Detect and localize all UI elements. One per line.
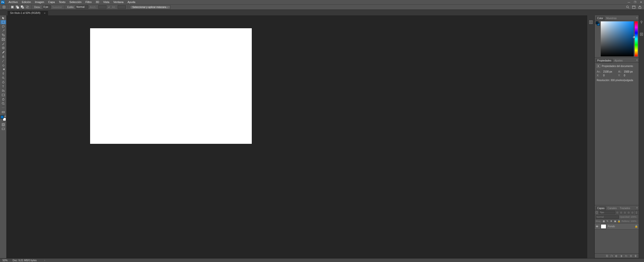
menu-edicion[interactable]: Edición xyxy=(20,0,33,4)
more-tools-icon[interactable]: ⋯ xyxy=(1,106,6,110)
color-field[interactable] xyxy=(601,21,634,56)
feather-input[interactable]: 0 px xyxy=(43,5,51,9)
tab-layers[interactable]: Capas xyxy=(596,206,606,210)
learn-panel-icon[interactable] xyxy=(639,20,644,24)
type-tool[interactable]: T xyxy=(1,84,6,88)
filter-pixel-icon[interactable] xyxy=(616,211,619,214)
share-icon[interactable] xyxy=(637,5,642,9)
opacity-value[interactable]: 100% xyxy=(631,216,638,218)
pen-tool[interactable] xyxy=(1,80,6,84)
frame-tool[interactable] xyxy=(1,37,6,41)
screen-mode-tool[interactable] xyxy=(1,127,6,131)
hand-tool[interactable] xyxy=(1,97,6,101)
lock-artboard-icon[interactable]: ▣ xyxy=(614,220,617,223)
delete-layer-icon[interactable]: 🗑 xyxy=(634,254,637,257)
menu-filtro[interactable]: Filtro xyxy=(84,0,94,4)
edit-toolbar-icon[interactable] xyxy=(1,110,6,114)
canvas[interactable] xyxy=(90,28,252,144)
brush-tool[interactable] xyxy=(1,50,6,54)
lock-position-icon[interactable]: ✥ xyxy=(610,220,613,223)
filter-smart-icon[interactable] xyxy=(631,211,634,214)
libraries-panel-icon[interactable] xyxy=(639,32,644,37)
tab-color[interactable]: Color xyxy=(596,16,605,20)
rectangle-tool[interactable] xyxy=(1,93,6,97)
foreground-color-swatch[interactable] xyxy=(1,115,4,119)
hue-slider[interactable] xyxy=(635,21,638,56)
tab-channels[interactable]: Canales xyxy=(606,206,618,210)
blur-tool[interactable] xyxy=(1,72,6,76)
filter-type-icon[interactable] xyxy=(623,211,626,214)
history-brush-tool[interactable] xyxy=(1,59,6,63)
selection-new-icon[interactable] xyxy=(10,5,14,9)
menu-3d[interactable]: 3D xyxy=(94,0,101,4)
layer-lock-icon[interactable]: 🔒 xyxy=(635,225,638,228)
layer-name[interactable]: Fondo xyxy=(608,225,633,228)
filter-toggle[interactable] xyxy=(635,211,638,214)
lock-all-icon[interactable]: 🔒 xyxy=(617,220,620,223)
link-layers-icon[interactable]: ⛓ xyxy=(605,254,609,257)
swap-colors-icon[interactable]: ↺ xyxy=(4,115,6,118)
fill-value[interactable]: 100% xyxy=(631,220,638,222)
crop-tool[interactable] xyxy=(1,33,6,37)
select-and-mask-button[interactable]: Seleccionar y aplicar máscara... xyxy=(130,5,170,9)
eyedropper-tool[interactable] xyxy=(1,42,6,46)
panel-menu-icon[interactable]: ≡ xyxy=(636,206,638,209)
eraser-tool[interactable] xyxy=(1,63,6,67)
window-close-button[interactable]: ✕ xyxy=(638,0,644,4)
group-icon[interactable]: 🗀 xyxy=(624,254,628,257)
selection-subtract-icon[interactable] xyxy=(20,5,24,9)
document-tab[interactable]: Sin título-1 al 50% (RGB/8) × xyxy=(8,10,48,15)
move-tool[interactable] xyxy=(1,16,6,20)
color-panel-swatches[interactable] xyxy=(596,21,600,56)
status-flyout-icon[interactable]: › xyxy=(44,259,45,262)
menu-capa[interactable]: Capa xyxy=(46,0,57,4)
status-zoom[interactable]: 50% xyxy=(3,259,8,262)
healing-brush-tool[interactable] xyxy=(1,46,6,50)
menu-vista[interactable]: Vista xyxy=(101,0,111,4)
tab-swatches[interactable]: Muestras xyxy=(605,16,618,20)
filter-type-select[interactable]: Tipo xyxy=(599,211,615,214)
layer-mask-icon[interactable]: ◐ xyxy=(615,254,618,257)
dodge-tool[interactable] xyxy=(1,76,6,80)
quick-mask-tool[interactable] xyxy=(1,123,6,127)
close-tab-icon[interactable]: × xyxy=(44,12,46,15)
magic-wand-tool[interactable] xyxy=(1,29,6,33)
blend-mode-select[interactable]: Normal xyxy=(596,215,619,219)
color-swatches[interactable]: ↺ xyxy=(1,115,6,121)
history-panel-icon[interactable] xyxy=(589,20,593,24)
menu-archivo[interactable]: Archivo xyxy=(7,0,20,4)
clone-stamp-tool[interactable] xyxy=(1,54,6,58)
rectangular-marquee-tool[interactable] xyxy=(1,20,6,24)
status-doc-info[interactable]: Doc: 9,01 MB/0 bytes xyxy=(13,259,37,262)
window-minimize-button[interactable]: — xyxy=(626,0,632,4)
hue-slider-handle[interactable] xyxy=(634,36,635,38)
new-layer-icon[interactable]: ⊞ xyxy=(629,254,632,257)
selection-intersect-icon[interactable] xyxy=(25,5,29,9)
tab-adjustments[interactable]: Ajustes xyxy=(613,59,624,62)
tab-properties[interactable]: Propiedades xyxy=(596,59,613,62)
selection-add-icon[interactable] xyxy=(15,5,19,9)
lock-pixels-icon[interactable]: ✎ xyxy=(606,220,609,223)
tool-preset-icon[interactable] xyxy=(2,5,6,9)
menu-texto[interactable]: Texto xyxy=(57,0,67,4)
color-panel-fg[interactable] xyxy=(596,21,598,24)
menu-ayuda[interactable]: Ayuda xyxy=(126,0,137,4)
gradient-tool[interactable] xyxy=(1,67,6,71)
menu-imagen[interactable]: Imagen xyxy=(33,0,46,4)
tab-paths[interactable]: Trazados xyxy=(618,206,632,210)
search-icon[interactable] xyxy=(625,5,630,9)
panel-menu-icon[interactable]: ≡ xyxy=(636,59,638,61)
canvas-area[interactable] xyxy=(6,15,587,258)
adjustment-layer-icon[interactable]: ◑ xyxy=(620,254,623,257)
lasso-tool[interactable] xyxy=(1,24,6,28)
lock-transparency-icon[interactable]: ▦ xyxy=(602,220,605,223)
filter-adjustment-icon[interactable] xyxy=(620,211,623,214)
panel-menu-icon[interactable]: ≡ xyxy=(636,16,638,19)
layer-row-background[interactable]: 👁 Fondo 🔒 xyxy=(595,223,639,230)
window-maximize-button[interactable]: ❐ xyxy=(632,0,638,4)
layer-visibility-icon[interactable]: 👁 xyxy=(596,225,599,228)
menu-seleccion[interactable]: Selección xyxy=(67,0,84,4)
layer-thumbnail[interactable] xyxy=(601,224,606,229)
layer-style-icon[interactable]: ƒx xyxy=(610,254,613,257)
filter-search-icon[interactable] xyxy=(596,211,598,214)
